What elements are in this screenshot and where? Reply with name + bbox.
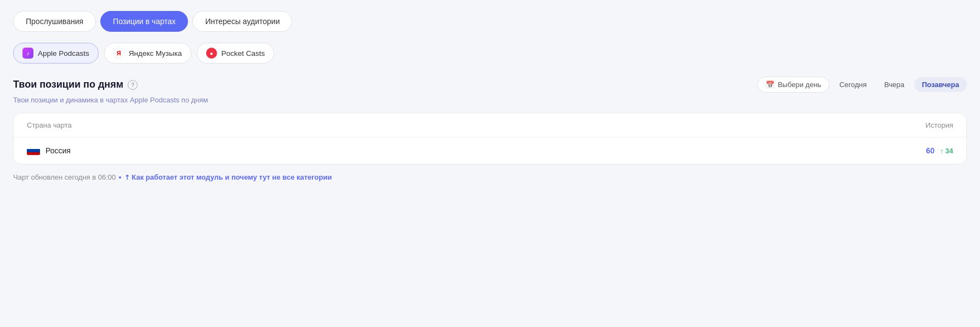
arrow-up-icon: ↑	[940, 147, 944, 155]
service-apple-label: Apple Podcasts	[38, 49, 89, 58]
service-tabs: ♪ Apple Podcasts Я Яндекс Музыка ● Pocke…	[13, 43, 967, 64]
history-cell: 60 ↑ 34	[926, 146, 953, 155]
flag-red-stripe	[27, 152, 40, 155]
russia-flag	[27, 146, 40, 155]
service-pocket[interactable]: ● Pocket Casts	[197, 43, 275, 64]
calendar-icon: 📅	[766, 81, 774, 89]
country-name: Россия	[45, 146, 71, 155]
yesterday-button[interactable]: Вчера	[876, 77, 912, 92]
section-header: Твои позиции по дням ? 📅 Выбери день Сег…	[13, 77, 967, 93]
table-row: Россия 60 ↑ 34	[14, 137, 966, 164]
top-tabs: Прослушивания Позиции в чартах Интересы …	[13, 11, 967, 32]
service-yandex[interactable]: Я Яндекс Музыка	[104, 43, 191, 64]
section-subtitle: Твои позиции и динамика в чартах Apple P…	[13, 96, 967, 104]
calendar-label: Выбери день	[778, 81, 821, 89]
section-title-row: Твои позиции по дням ?	[13, 79, 138, 90]
pocket-icon: ●	[206, 48, 217, 59]
footer-link[interactable]: ↗ Как работает этот модуль и почему тут …	[124, 173, 332, 181]
service-yandex-label: Яндекс Музыка	[129, 49, 182, 58]
apple-icon: ♪	[22, 48, 33, 59]
change-value: 34	[945, 147, 953, 155]
col-country-label: Страна чарта	[27, 121, 72, 129]
tab-charts[interactable]: Позиции в чартах	[100, 11, 188, 32]
calendar-button[interactable]: 📅 Выбери день	[757, 77, 829, 93]
col-history-label: История	[926, 121, 953, 129]
service-apple[interactable]: ♪ Apple Podcasts	[13, 43, 99, 64]
tab-listenings[interactable]: Прослушивания	[13, 11, 96, 32]
external-link-icon: ↗	[123, 173, 132, 182]
tab-interests[interactable]: Интересы аудитории	[192, 11, 292, 32]
position-number: 60	[926, 146, 935, 155]
today-button[interactable]: Сегодня	[831, 77, 874, 92]
country-cell: Россия	[27, 146, 71, 155]
help-icon[interactable]: ?	[128, 80, 138, 90]
yandex-icon: Я	[113, 48, 124, 59]
service-pocket-label: Pocket Casts	[221, 49, 265, 58]
footer: Чарт обновлен сегодня в 06:00 ↗ Как рабо…	[13, 173, 967, 181]
chart-table: Страна чарта История Россия 60 ↑ 34	[13, 113, 967, 164]
footer-update-text: Чарт обновлен сегодня в 06:00	[13, 173, 116, 181]
change-badge: ↑ 34	[940, 147, 953, 155]
footer-dot	[119, 176, 121, 179]
day-before-button[interactable]: Позавчера	[914, 77, 967, 92]
date-filters: 📅 Выбери день Сегодня Вчера Позавчера	[757, 77, 967, 93]
table-header: Страна чарта История	[14, 113, 966, 137]
section-title: Твои позиции по дням	[13, 79, 123, 90]
footer-link-text: Как работает этот модуль и почему тут не…	[132, 173, 332, 181]
